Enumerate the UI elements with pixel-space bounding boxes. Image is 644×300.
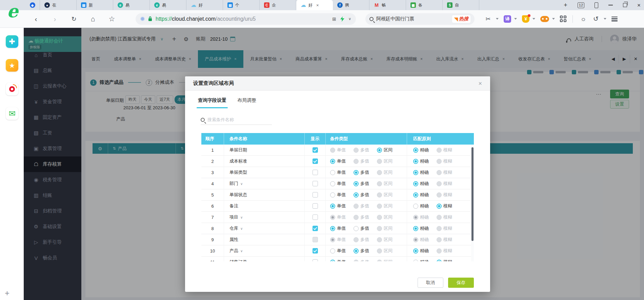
radio-单值[interactable] xyxy=(330,260,335,262)
browser-tab[interactable]: ▦各 xyxy=(406,0,443,10)
chanjet-app-icon[interactable]: ✚ xyxy=(6,35,18,48)
weibo-app-icon[interactable] xyxy=(6,83,18,95)
radio-精确[interactable] xyxy=(413,204,418,209)
radio-区间[interactable] xyxy=(377,148,382,153)
table-scrollbar[interactable] xyxy=(471,145,474,261)
forward-button[interactable]: › xyxy=(50,15,60,23)
url-bar[interactable]: https://cloud.chanjet.com/accounting/uru… xyxy=(136,13,356,25)
bookmark-star-icon[interactable]: ☆ xyxy=(107,15,117,23)
add-app-button[interactable]: + xyxy=(5,288,9,298)
chevron-down-icon[interactable]: ∨ xyxy=(240,227,243,230)
download-count-badge[interactable]: 12 xyxy=(578,2,584,8)
chevron-down-icon[interactable]: ∨ xyxy=(240,249,243,253)
radio-单值[interactable] xyxy=(330,226,335,231)
speed-lightning-icon[interactable] xyxy=(340,16,344,22)
history-dropdown-icon[interactable] xyxy=(604,18,606,20)
favorites-star-app-icon[interactable]: ★ xyxy=(6,59,18,72)
show-checkbox[interactable] xyxy=(313,226,318,231)
radio-多值[interactable] xyxy=(354,192,359,198)
browser-tab[interactable]: f腾 xyxy=(333,0,369,10)
browser-tab[interactable]: S自 xyxy=(443,0,479,10)
browser-tab[interactable]: ☁好× xyxy=(296,0,333,10)
window-close-button[interactable]: × xyxy=(637,2,641,8)
game-dropdown-icon[interactable] xyxy=(552,18,555,20)
day-night-mode-icon[interactable]: ☼ xyxy=(579,15,588,23)
radio-精确[interactable] xyxy=(413,226,418,231)
translate-dropdown-icon[interactable] xyxy=(514,18,517,20)
show-checkbox[interactable] xyxy=(313,181,318,186)
radio-精确[interactable] xyxy=(413,192,418,198)
site-info-icon[interactable] xyxy=(140,17,145,21)
scrollbar-thumb[interactable] xyxy=(471,147,474,241)
radio-模糊[interactable] xyxy=(437,260,442,262)
save-button[interactable]: 保存 xyxy=(448,278,474,288)
undo-history-icon[interactable]: ↺ xyxy=(591,15,601,23)
radio-精确[interactable] xyxy=(413,260,418,262)
browser-tab[interactable]: ☁好 xyxy=(186,0,223,10)
show-checkbox[interactable] xyxy=(313,203,318,209)
radio-模糊[interactable] xyxy=(437,204,442,209)
hot-search-badge[interactable]: ◥ 热搜 xyxy=(452,15,470,23)
modal-close-icon[interactable]: × xyxy=(478,80,482,87)
radio-精确[interactable] xyxy=(413,170,418,175)
browser-tab[interactable]: C企 xyxy=(260,0,296,10)
browser-tab[interactable]: ▤新 xyxy=(77,0,113,10)
show-checkbox[interactable] xyxy=(313,214,318,220)
radio-单值[interactable] xyxy=(330,159,335,164)
scissors-dropdown-icon[interactable] xyxy=(496,18,499,20)
browser-tab-pinned[interactable]: ◈ xyxy=(25,0,40,10)
mobile-view-icon[interactable] xyxy=(595,2,598,8)
cancel-button[interactable]: 取消 xyxy=(418,278,443,288)
condition-search-input[interactable] xyxy=(207,117,262,122)
show-checkbox[interactable] xyxy=(313,158,318,164)
new-tab-button[interactable]: + xyxy=(564,2,567,9)
browser-tab[interactable]: e易 xyxy=(150,0,186,10)
radio-单值[interactable] xyxy=(330,181,335,186)
browser-tab[interactable]: M畅 xyxy=(369,0,406,10)
translate-icon[interactable]: 译 xyxy=(504,15,511,23)
refresh-button[interactable]: ↻ xyxy=(69,15,79,23)
screenshot-scissors-icon[interactable]: ✂ xyxy=(483,15,493,23)
show-checkbox[interactable] xyxy=(313,147,318,153)
radio-单值[interactable] xyxy=(330,170,335,175)
tab-close-icon[interactable]: × xyxy=(316,3,319,8)
apps-grid-icon[interactable] xyxy=(560,16,567,22)
wallet-shield-icon[interactable]: ¥ xyxy=(522,15,529,23)
radio-单值[interactable] xyxy=(330,248,335,254)
minimize-button[interactable] xyxy=(608,5,613,5)
condition-search-box[interactable] xyxy=(201,115,272,125)
browser-search-box[interactable]: ◥ 热搜 xyxy=(365,13,475,25)
browser-tab[interactable]: ▤个 xyxy=(223,0,260,10)
radio-精确[interactable] xyxy=(413,181,418,186)
browser-tab[interactable]: e易 xyxy=(113,0,150,10)
qr-code-icon[interactable]: ⊞ xyxy=(332,16,336,22)
radio-单值[interactable] xyxy=(330,192,335,198)
back-button[interactable]: ‹ xyxy=(31,15,41,23)
chevron-down-icon[interactable]: ∨ xyxy=(240,215,243,219)
show-checkbox[interactable] xyxy=(313,259,318,261)
menu-icon[interactable] xyxy=(611,17,618,21)
browser-search-input[interactable] xyxy=(376,16,437,22)
radio-精确[interactable] xyxy=(413,159,418,164)
mail-app-icon[interactable]: ✉ xyxy=(6,107,18,120)
show-checkbox[interactable] xyxy=(313,248,318,254)
radio-多值[interactable] xyxy=(354,226,359,231)
radio-精确[interactable] xyxy=(413,248,418,254)
game-center-icon[interactable] xyxy=(540,16,549,22)
browser-tab[interactable]: ●在 xyxy=(40,0,77,10)
urlbar-dropdown-icon[interactable]: ∨ xyxy=(348,17,351,21)
shield-dropdown-icon[interactable] xyxy=(532,18,535,20)
restore-button[interactable] xyxy=(623,3,627,7)
radio-多值[interactable] xyxy=(354,181,359,186)
tab-layout-adjust[interactable]: 布局调整 xyxy=(237,97,256,108)
radio-多值[interactable] xyxy=(354,170,359,175)
show-checkbox[interactable] xyxy=(313,192,318,198)
radio-多值[interactable] xyxy=(354,248,359,254)
tab-query-fields[interactable]: 查询字段设置 xyxy=(198,97,226,108)
radio-精确[interactable] xyxy=(413,148,418,153)
home-button[interactable]: ⌂ xyxy=(88,15,98,23)
chevron-down-icon[interactable]: ∨ xyxy=(240,182,243,186)
show-checkbox[interactable] xyxy=(313,170,318,175)
radio-单值[interactable] xyxy=(330,204,335,209)
radio-label: 单值 xyxy=(337,259,346,261)
